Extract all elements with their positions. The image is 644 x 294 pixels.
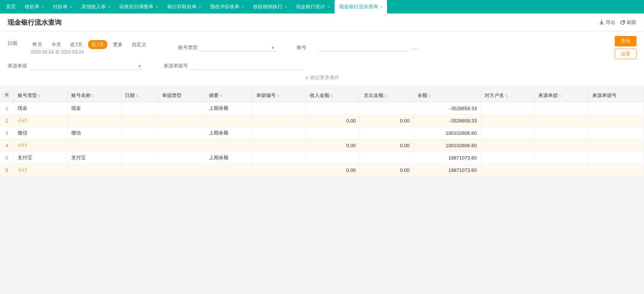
td-account-name bbox=[68, 139, 121, 152]
nav-adjustment-label: 应收应付调整单 bbox=[119, 0, 153, 13]
td-balance: 19871073.60 bbox=[413, 164, 481, 176]
nav-receipt[interactable]: 收款单 × bbox=[20, 0, 48, 13]
th-doc-no[interactable]: 单据编号⇅ bbox=[252, 89, 306, 102]
td-date bbox=[121, 164, 158, 176]
account-dots-btn[interactable]: ... bbox=[411, 44, 419, 51]
table-row: 3微信微信上期余额100102606.60 bbox=[0, 127, 644, 139]
nav-bank-deposit-close[interactable]: × bbox=[199, 0, 201, 13]
nav-stats[interactable]: 现金银行统计 × bbox=[291, 0, 334, 13]
th-account-type[interactable]: 账号类型⇅ bbox=[14, 89, 68, 102]
td-counterpart bbox=[481, 152, 534, 164]
page-header: 现金银行流水查询 导出 刷新 bbox=[0, 13, 644, 31]
refresh-button[interactable]: 刷新 bbox=[620, 19, 636, 26]
date-btn-custom[interactable]: 自定义 bbox=[128, 40, 150, 49]
export-label: 导出 bbox=[606, 19, 615, 26]
th-date[interactable]: 日期⇅ bbox=[121, 89, 158, 102]
td-doc-no bbox=[252, 139, 306, 152]
td-date bbox=[121, 139, 158, 152]
th-counterpart[interactable]: 对方户名⇅ bbox=[481, 89, 534, 102]
nav-cashflow[interactable]: 现金银行流水查询 × bbox=[335, 0, 387, 13]
settings-button[interactable]: 设置 bbox=[615, 49, 636, 59]
td-date bbox=[121, 115, 158, 127]
table-header-row: 账号类型⇅ 账号名称⇅ 日期⇅ 单据类型 摘要⇅ 单据编号⇅ 收入金额⇅ 支出金… bbox=[0, 89, 644, 102]
th-balance[interactable]: 余额⇅ bbox=[413, 89, 481, 102]
td-source-doc-no bbox=[588, 115, 644, 127]
date-options-group: 昨天 今天 近7天 近1月 更多 自定义 2023-02-24 至 2023-0… bbox=[29, 40, 150, 55]
source-doc-no-label: 来源单据号 bbox=[164, 63, 188, 69]
nav-bank-deposit[interactable]: 银行存取款单 × bbox=[163, 0, 206, 13]
td-summary bbox=[205, 115, 252, 127]
table-row: 4小计0.000.00100102606.60 bbox=[0, 139, 644, 152]
query-button[interactable]: 查询 bbox=[615, 36, 636, 46]
account-type-label: 账号类型 bbox=[178, 44, 198, 51]
account-input[interactable] bbox=[318, 44, 408, 51]
date-filter: 日期 昨天 今天 近7天 近1月 更多 自定义 2023-02-24 至 202… bbox=[8, 40, 150, 55]
nav-cashflow-label: 现金银行流水查询 bbox=[339, 0, 378, 13]
date-btn-today[interactable]: 今天 bbox=[48, 40, 65, 49]
nav-adjustment[interactable]: 应收应付调整单 × bbox=[115, 0, 162, 13]
nav-prepay-label: 预收冲应收单 bbox=[210, 0, 239, 13]
td-account-name bbox=[68, 164, 121, 176]
date-btn-1month[interactable]: 近1月 bbox=[88, 40, 107, 49]
source-doc-no-input[interactable] bbox=[191, 62, 303, 70]
td-row-no: 4 bbox=[0, 139, 14, 152]
nav-payment-label: 付款单 bbox=[53, 0, 68, 13]
source-doc-label: 来源单据 bbox=[8, 63, 27, 69]
date-buttons: 昨天 今天 近7天 近1月 更多 自定义 bbox=[29, 40, 150, 49]
td-account-type: 支付宝 bbox=[14, 152, 68, 164]
nav-receipt-close[interactable]: × bbox=[42, 0, 44, 13]
nav-adjustment-close[interactable]: × bbox=[156, 0, 158, 13]
td-account-name: 微信 bbox=[68, 127, 121, 139]
td-source-doc bbox=[534, 102, 588, 115]
td-doc-type bbox=[158, 164, 205, 176]
account-type-select[interactable] bbox=[201, 44, 276, 51]
td-source-doc-no bbox=[588, 152, 644, 164]
td-doc-no bbox=[252, 152, 306, 164]
th-summary[interactable]: 摘要⇅ bbox=[205, 89, 252, 102]
th-income[interactable]: 收入金额⇅ bbox=[306, 89, 360, 102]
td-row-no: 2 bbox=[0, 115, 14, 127]
th-account-name[interactable]: 账号名称⇅ bbox=[68, 89, 121, 102]
refresh-label: 刷新 bbox=[627, 19, 636, 26]
nav-verify[interactable]: 收款核销执行 × bbox=[249, 0, 291, 13]
td-summary: 上期余额 bbox=[205, 102, 252, 115]
th-doc-type[interactable]: 单据类型 bbox=[158, 89, 205, 102]
nav-home[interactable]: 首页 bbox=[2, 0, 20, 13]
action-buttons: 查询 设置 bbox=[615, 36, 636, 59]
nav-prepay-close[interactable]: × bbox=[242, 0, 244, 13]
nav-prepay[interactable]: 预收冲应收单 × bbox=[206, 0, 248, 13]
nav-other-income-close[interactable]: × bbox=[108, 0, 110, 13]
th-settings[interactable] bbox=[0, 89, 14, 102]
td-account-name bbox=[68, 115, 121, 127]
td-source-doc bbox=[534, 115, 588, 127]
td-balance: -3528659.33 bbox=[413, 115, 481, 127]
source-doc-select[interactable] bbox=[30, 62, 143, 70]
td-counterpart bbox=[481, 115, 534, 127]
nav-payment[interactable]: 付款单 × bbox=[48, 0, 77, 13]
td-account-type: 微信 bbox=[14, 127, 68, 139]
td-source-doc bbox=[534, 127, 588, 139]
nav-other-income[interactable]: 其他收入单 × bbox=[77, 0, 115, 13]
collapse-chevron-icon: ∧ bbox=[305, 75, 309, 81]
th-expense[interactable]: 支出金额⇅ bbox=[360, 89, 413, 102]
td-counterpart bbox=[481, 164, 534, 176]
nav-stats-close[interactable]: × bbox=[327, 0, 330, 13]
nav-verify-close[interactable]: × bbox=[285, 0, 287, 13]
nav-bank-deposit-label: 银行存取款单 bbox=[167, 0, 197, 13]
date-btn-7days[interactable]: 近7天 bbox=[67, 40, 86, 49]
td-date bbox=[121, 152, 158, 164]
td-expense bbox=[360, 102, 413, 115]
date-btn-yesterday[interactable]: 昨天 bbox=[29, 40, 46, 49]
nav-cashflow-close[interactable]: × bbox=[380, 0, 383, 13]
export-button[interactable]: 导出 bbox=[599, 19, 615, 26]
nav-payment-close[interactable]: × bbox=[70, 0, 72, 13]
nav-stats-label: 现金银行统计 bbox=[296, 0, 325, 13]
table-row: 5支付宝支付宝上期余额19871073.60 bbox=[0, 152, 644, 164]
td-income bbox=[306, 102, 360, 115]
date-btn-more[interactable]: 更多 bbox=[110, 40, 126, 49]
th-source-doc[interactable]: 来源单据⇅ bbox=[534, 89, 588, 102]
collapse-bar[interactable]: ∧ 收起更多条件 bbox=[8, 73, 636, 82]
td-source-doc-no bbox=[588, 102, 644, 115]
th-source-doc-no[interactable]: 来源单据号 bbox=[588, 89, 644, 102]
account-type-select-wrap: ▾ bbox=[201, 44, 276, 51]
